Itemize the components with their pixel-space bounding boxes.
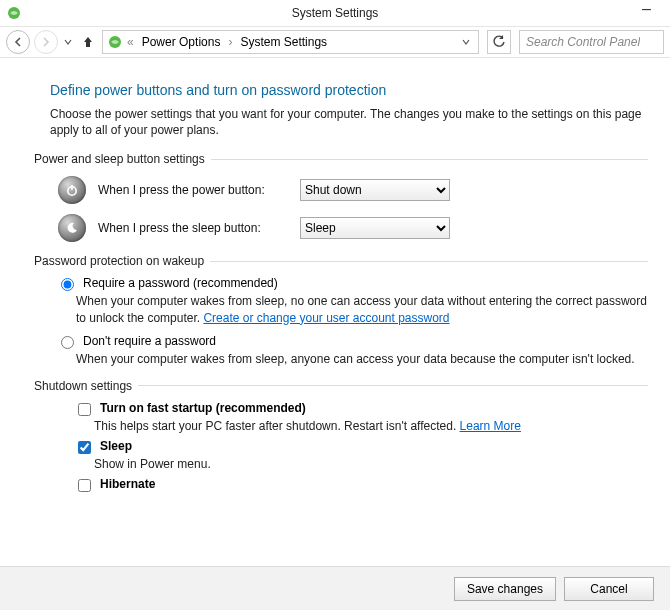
require-password-input[interactable]: [61, 278, 74, 291]
hibernate-checkbox[interactable]: Hibernate: [74, 477, 648, 495]
require-password-desc: When your computer wakes from sleep, no …: [76, 293, 648, 325]
breadcrumb-icon: [107, 34, 123, 50]
learn-more-link[interactable]: Learn More: [460, 419, 521, 433]
recent-dropdown[interactable]: [62, 38, 74, 46]
create-password-link[interactable]: Create or change your user account passw…: [203, 311, 449, 325]
sleep-label: Sleep: [100, 439, 132, 453]
hibernate-label: Hibernate: [100, 477, 155, 491]
cancel-button[interactable]: Cancel: [564, 577, 654, 601]
sleep-button-label: When I press the sleep button:: [98, 221, 288, 235]
forward-button[interactable]: [34, 30, 58, 54]
section-shutdown: Shutdown settings: [34, 379, 648, 393]
title-bar: System Settings –: [0, 0, 670, 26]
breadcrumb-item[interactable]: Power Options: [138, 35, 225, 49]
sleep-input[interactable]: [78, 441, 91, 454]
power-button-row: When I press the power button: Do nothin…: [58, 176, 648, 204]
require-password-label: Require a password (recommended): [83, 276, 278, 290]
section-password: Password protection on wakeup: [34, 254, 648, 268]
hibernate-input[interactable]: [78, 479, 91, 492]
nav-bar: « Power Options › System Settings Search…: [0, 26, 670, 58]
moon-icon: [58, 214, 86, 242]
window-title: System Settings: [292, 6, 379, 20]
fast-startup-label: Turn on fast startup (recommended): [100, 401, 306, 415]
refresh-button[interactable]: [487, 30, 511, 54]
chevron-right-icon: ›: [226, 35, 234, 49]
app-icon: [6, 5, 22, 21]
breadcrumb-item[interactable]: System Settings: [236, 35, 331, 49]
power-icon: [58, 176, 86, 204]
footer: Save changes Cancel: [0, 566, 670, 610]
sleep-button-row: When I press the sleep button: Do nothin…: [58, 214, 648, 242]
address-bar[interactable]: « Power Options › System Settings: [102, 30, 479, 54]
fast-startup-desc: This helps start your PC faster after sh…: [94, 419, 648, 433]
chevron-left-icon: «: [125, 35, 136, 49]
save-button[interactable]: Save changes: [454, 577, 556, 601]
search-placeholder: Search Control Panel: [526, 35, 640, 49]
back-button[interactable]: [6, 30, 30, 54]
content-area: Define power buttons and turn on passwor…: [0, 58, 670, 566]
power-button-select[interactable]: Do nothingSleepHibernateShut down: [300, 179, 450, 201]
sleep-desc: Show in Power menu.: [94, 457, 648, 471]
address-dropdown[interactable]: [458, 38, 474, 46]
no-password-label: Don't require a password: [83, 334, 216, 348]
no-password-desc: When your computer wakes from sleep, any…: [76, 351, 648, 367]
page-heading: Define power buttons and turn on passwor…: [50, 82, 648, 98]
no-password-radio[interactable]: Don't require a password: [56, 334, 648, 349]
power-button-label: When I press the power button:: [98, 183, 288, 197]
sleep-button-select[interactable]: Do nothingSleepHibernateShut down: [300, 217, 450, 239]
section-power-buttons: Power and sleep button settings: [34, 152, 648, 166]
search-input[interactable]: Search Control Panel: [519, 30, 664, 54]
fast-startup-input[interactable]: [78, 403, 91, 416]
require-password-radio[interactable]: Require a password (recommended): [56, 276, 648, 291]
no-password-input[interactable]: [61, 336, 74, 349]
fast-startup-checkbox[interactable]: Turn on fast startup (recommended): [74, 401, 648, 419]
up-button[interactable]: [78, 35, 98, 49]
page-description: Choose the power settings that you want …: [50, 106, 648, 138]
minimize-button[interactable]: –: [642, 2, 656, 16]
sleep-checkbox[interactable]: Sleep: [74, 439, 648, 457]
